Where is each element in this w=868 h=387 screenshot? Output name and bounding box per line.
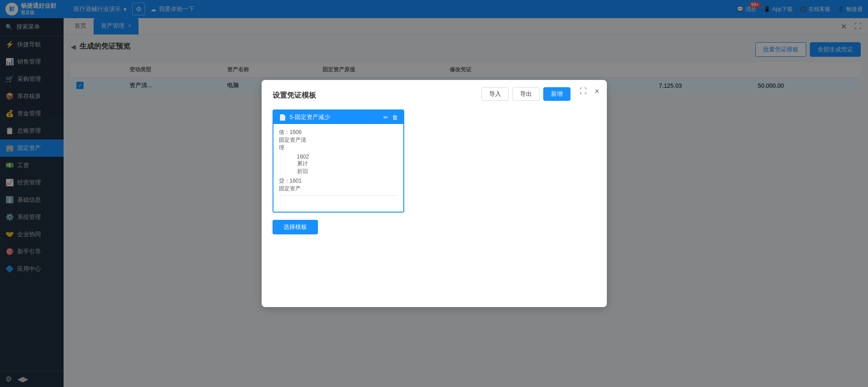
debit-col3 — [338, 154, 368, 175]
template-debit-row-2: 1602 累计折旧 — [273, 153, 403, 176]
template-file-icon: 📄 — [279, 114, 286, 121]
template-credit-row-1: 贷：1601 固定资产 — [273, 176, 403, 194]
import-button[interactable]: 导入 — [481, 87, 509, 101]
template-card-body: 借：1606 固定资产清理 1602 累计折旧 贷：1601 固定资产 — [273, 124, 403, 212]
template-debit-row-1: 借：1606 固定资产清理 — [273, 128, 403, 153]
select-template-button[interactable]: 选择模板 — [273, 220, 318, 234]
new-button[interactable]: 新增 — [543, 87, 570, 101]
template-card: 📄 5-固定资产减少 ✏ 🗑 借：1606 固定资产清理 1602 累计折旧 — [273, 109, 404, 213]
debit-label-1: 借：1606 固定资产清理 — [279, 129, 309, 152]
modal-dialog: 设置凭证模板 导入 导出 新增 × ⛶ 📄 5-固定资产减少 ✏ 🗑 借：160… — [262, 80, 607, 307]
export-button[interactable]: 导出 — [512, 87, 540, 101]
template-empty-row — [279, 195, 398, 206]
debit-col3 — [338, 129, 368, 152]
debit-col4 — [368, 154, 397, 175]
debit-label-2: 1602 累计折旧 — [279, 154, 309, 175]
modal-toolbar: 导入 导出 新增 — [481, 87, 570, 101]
edit-template-icon[interactable]: ✏ — [383, 114, 388, 121]
modal-overlay: 设置凭证模板 导入 导出 新增 × ⛶ 📄 5-固定资产减少 ✏ 🗑 借：160… — [0, 0, 868, 387]
debit-col2 — [309, 154, 338, 175]
debit-col2 — [308, 129, 338, 152]
credit-label-1: 贷：1601 固定资产 — [279, 177, 309, 193]
credit-col4 — [368, 177, 398, 193]
template-card-header: 📄 5-固定资产减少 ✏ 🗑 — [273, 110, 403, 124]
credit-col3 — [338, 177, 368, 193]
credit-col2 — [308, 177, 338, 193]
delete-template-icon[interactable]: 🗑 — [392, 114, 398, 121]
modal-close-button[interactable]: × — [595, 87, 600, 95]
template-title: 5-固定资产减少 — [290, 113, 331, 121]
template-actions: ✏ 🗑 — [383, 114, 398, 121]
debit-col4 — [368, 129, 398, 152]
modal-restore-button[interactable]: ⛶ — [580, 87, 587, 95]
